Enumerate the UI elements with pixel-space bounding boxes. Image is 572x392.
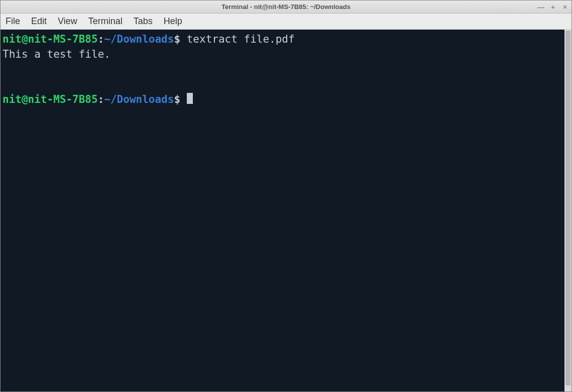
prompt-path: ~/Downloads (104, 33, 174, 45)
prompt-colon: : (98, 33, 104, 45)
terminal-window: Terminal - nit@nit-MS-7B85: ~/Downloads … (0, 0, 572, 392)
scrollbar-thumb[interactable] (565, 31, 570, 385)
window-controls: — + × (537, 1, 568, 13)
cursor-block (187, 93, 193, 104)
terminal-area: nit@nit-MS-7B85:~/Downloads$ textract fi… (1, 30, 571, 391)
menu-tabs[interactable]: Tabs (134, 16, 153, 27)
output-line-1: This a test file. (3, 48, 110, 60)
maximize-button[interactable]: + (549, 3, 556, 11)
menu-file[interactable]: File (6, 16, 20, 27)
vertical-scrollbar[interactable] (564, 30, 571, 391)
window-title: Terminal - nit@nit-MS-7B85: ~/Downloads (221, 3, 351, 11)
command-line-1: textract file.pdf (187, 33, 295, 45)
menu-bar: File Edit View Terminal Tabs Help (1, 14, 571, 30)
close-button[interactable]: × (561, 3, 568, 11)
prompt-path-2: ~/Downloads (104, 93, 174, 105)
window-titlebar[interactable]: Terminal - nit@nit-MS-7B85: ~/Downloads … (1, 1, 571, 14)
minimize-button[interactable]: — (537, 3, 544, 11)
prompt-colon-2: : (98, 93, 104, 105)
prompt-user-host: nit@nit-MS-7B85 (3, 33, 98, 45)
terminal-output[interactable]: nit@nit-MS-7B85:~/Downloads$ textract fi… (1, 30, 564, 391)
prompt-user-host-2: nit@nit-MS-7B85 (3, 93, 98, 105)
prompt-symbol: $ (174, 33, 180, 45)
menu-terminal[interactable]: Terminal (88, 16, 123, 27)
prompt-symbol-2: $ (174, 93, 180, 105)
menu-help[interactable]: Help (164, 16, 182, 27)
menu-view[interactable]: View (58, 16, 77, 27)
menu-edit[interactable]: Edit (31, 16, 47, 27)
